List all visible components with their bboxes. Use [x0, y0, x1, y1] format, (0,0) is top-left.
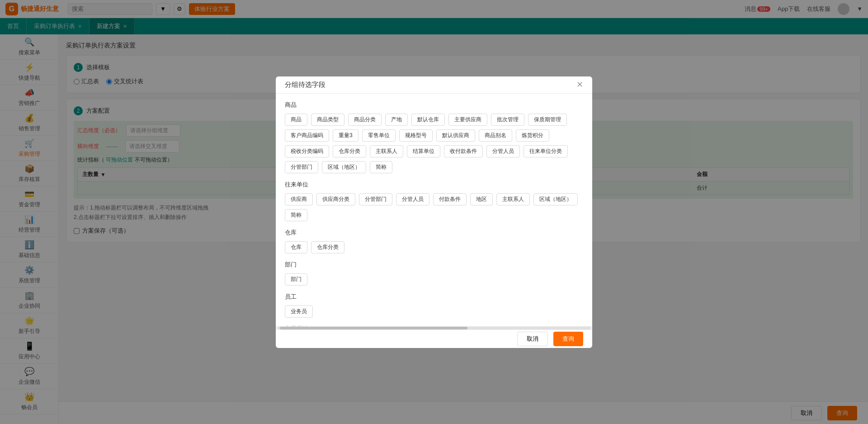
modal-cancel-button[interactable]: 取消: [517, 332, 548, 346]
section-warehouse: 仓库 仓库 仓库分类: [285, 229, 583, 253]
field-partner-分管部门[interactable]: 分管部门: [359, 193, 392, 205]
scrollbar-thumb: [280, 327, 467, 329]
field-grid-employee: 业务员: [285, 305, 583, 318]
field-product-批次管理[interactable]: 批次管理: [491, 114, 524, 126]
field-product-仓库分类[interactable]: 仓库分类: [333, 145, 366, 157]
scrollbar-track: [278, 327, 590, 329]
field-product-商品分类[interactable]: 商品分类: [348, 114, 382, 126]
field-grid-partner: 供应商 供应商分类 分管部门 分管人员 付款条件 地区 主联系人 区域（地区） …: [285, 193, 583, 221]
section-department: 部门 部门: [285, 261, 583, 286]
section-employee: 员工 业务员: [285, 293, 583, 318]
field-product-分管部门[interactable]: 分管部门: [285, 161, 318, 173]
modal-body: 商品 商品 商品类型 商品分类 产地 默认仓库 主要供应商 批次管理 保质期管理…: [276, 94, 592, 326]
field-partner-地区[interactable]: 地区: [470, 193, 493, 205]
field-product-默认仓库[interactable]: 默认仓库: [411, 114, 445, 126]
modal-overlay[interactable]: 分组待选字段 ✕ 商品 商品 商品类型 商品分类 产地 默认仓库 主要供应商 批…: [0, 0, 868, 424]
field-product-税收分类编码[interactable]: 税收分类编码: [285, 145, 329, 157]
horizontal-scrollbar[interactable]: [276, 326, 592, 329]
section-department-title: 部门: [285, 261, 583, 269]
field-grid-department: 部门: [285, 273, 583, 286]
section-warehouse-title: 仓库: [285, 229, 583, 237]
field-product-规格型号[interactable]: 规格型号: [399, 129, 433, 142]
field-product-商品类型[interactable]: 商品类型: [311, 114, 344, 126]
section-product-title: 商品: [285, 101, 583, 109]
field-product-收付款条件[interactable]: 收付款条件: [444, 145, 483, 157]
field-partner-付款条件[interactable]: 付款条件: [433, 193, 467, 205]
field-partner-供应商分类[interactable]: 供应商分类: [316, 193, 355, 205]
modal-confirm-button[interactable]: 查询: [553, 332, 583, 346]
field-grid-warehouse: 仓库 仓库分类: [285, 241, 583, 253]
field-product-重量3[interactable]: 重量3: [333, 129, 359, 142]
field-product-主要供应商[interactable]: 主要供应商: [448, 114, 487, 126]
field-employee-业务员[interactable]: 业务员: [285, 305, 313, 318]
field-partner-供应商[interactable]: 供应商: [285, 193, 313, 205]
field-department-部门[interactable]: 部门: [285, 273, 307, 286]
field-warehouse-仓库分类[interactable]: 仓库分类: [311, 241, 344, 253]
field-warehouse-仓库[interactable]: 仓库: [285, 241, 307, 253]
field-product-商品[interactable]: 商品: [285, 114, 307, 126]
section-product: 商品 商品 商品类型 商品分类 产地 默认仓库 主要供应商 批次管理 保质期管理…: [285, 101, 583, 173]
field-product-往来单位分类[interactable]: 往来单位分类: [524, 145, 568, 157]
section-partner: 往来单位 供应商 供应商分类 分管部门 分管人员 付款条件 地区 主联系人 区域…: [285, 181, 583, 221]
field-product-零售单位[interactable]: 零售单位: [362, 129, 396, 142]
field-product-主联系人[interactable]: 主联系人: [370, 145, 403, 157]
modal-header: 分组待选字段 ✕: [276, 76, 592, 94]
modal-footer: 取消 查询: [276, 329, 592, 348]
field-product-结算单位[interactable]: 结算单位: [407, 145, 440, 157]
modal-dialog: 分组待选字段 ✕ 商品 商品 商品类型 商品分类 产地 默认仓库 主要供应商 批…: [276, 76, 592, 348]
field-product-区域地区[interactable]: 区域（地区）: [322, 161, 366, 173]
modal-close-button[interactable]: ✕: [576, 80, 583, 90]
field-partner-主联系人[interactable]: 主联系人: [496, 193, 530, 205]
field-product-产地[interactable]: 产地: [385, 114, 408, 126]
field-partner-区域地区[interactable]: 区域（地区）: [533, 193, 578, 205]
field-product-保质期管理[interactable]: 保质期管理: [528, 114, 567, 126]
field-product-炼货积分[interactable]: 炼货积分: [516, 129, 549, 142]
field-partner-分管人员[interactable]: 分管人员: [396, 193, 429, 205]
field-product-客户商品编码[interactable]: 客户商品编码: [285, 129, 329, 142]
field-product-分管人员[interactable]: 分管人员: [486, 145, 520, 157]
modal-title: 分组待选字段: [285, 81, 326, 89]
field-product-简称[interactable]: 简称: [370, 161, 392, 173]
field-grid-product: 商品 商品类型 商品分类 产地 默认仓库 主要供应商 批次管理 保质期管理 客户…: [285, 114, 583, 173]
section-employee-title: 员工: [285, 293, 583, 301]
field-product-默认供应商[interactable]: 默认供应商: [436, 129, 475, 142]
field-product-商品别名[interactable]: 商品别名: [479, 129, 512, 142]
section-partner-title: 往来单位: [285, 181, 583, 189]
field-partner-简称[interactable]: 简称: [285, 209, 307, 221]
